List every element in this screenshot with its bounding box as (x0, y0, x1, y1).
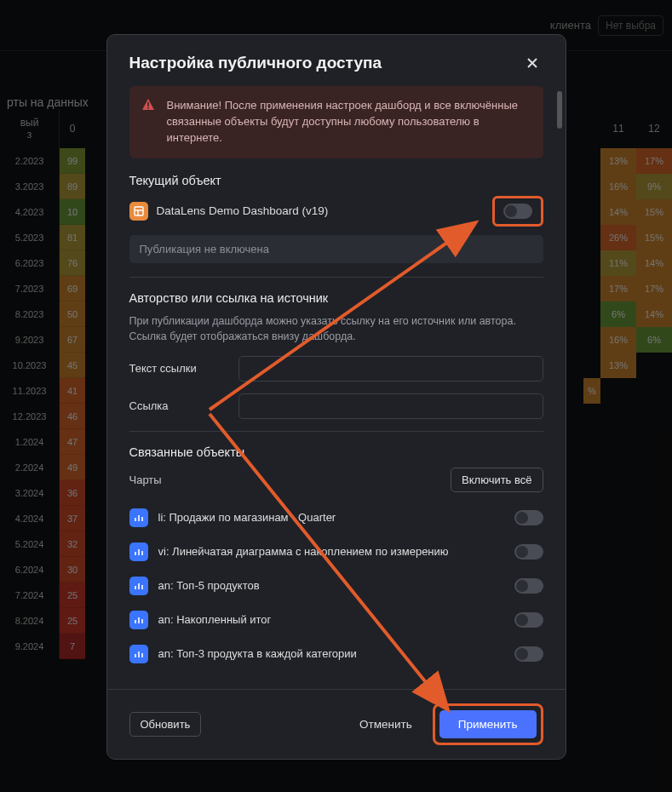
label-link: Ссылка (129, 399, 225, 412)
svg-rect-1 (147, 107, 149, 109)
chart-name: an: Топ-5 продуктов (158, 579, 504, 592)
divider (129, 277, 543, 278)
cancel-button[interactable]: Отменить (347, 711, 424, 737)
enable-all-button[interactable]: Включить всё (451, 468, 543, 492)
current-object-name: DataLens Demo Dashboard (v19) (157, 204, 484, 217)
chart-row: an: Накопленный итог (129, 603, 543, 637)
public-access-modal: Настройка публичного доступа Внимание! П… (106, 34, 566, 760)
chart-icon (129, 508, 148, 527)
chart-icon (129, 645, 148, 663)
chart-icon (129, 542, 148, 561)
chart-name: vi: Линейчатая диаграмма с накоплением п… (158, 545, 504, 558)
warning-text: Внимание! После применения настроек дашб… (167, 99, 518, 144)
chart-toggle[interactable] (514, 510, 543, 525)
svg-rect-2 (135, 207, 143, 215)
divider (129, 431, 543, 432)
section-related-title: Связанные объекты (129, 445, 543, 459)
publish-toggle[interactable] (503, 204, 532, 219)
chart-icon (129, 577, 148, 595)
section-author-title: Авторство или ссылка на источник (129, 291, 543, 305)
charts-label: Чарты (129, 473, 162, 486)
chart-row: vi: Линейчатая диаграмма с накоплением п… (129, 535, 543, 569)
link-url-input[interactable] (238, 393, 543, 419)
modal-overlay: Настройка публичного доступа Внимание! П… (0, 0, 672, 792)
chart-row: li: Продажи по магазинам - Quarter (129, 501, 543, 535)
chart-toggle[interactable] (514, 578, 543, 594)
highlight-main-toggle (492, 196, 543, 227)
label-link-text: Текст ссылки (129, 362, 225, 375)
chart-toggle[interactable] (514, 544, 543, 560)
chart-name: an: Накопленный итог (158, 613, 504, 626)
section-author-desc: При публикации дашборда можно указать сс… (129, 313, 543, 344)
scrollbar[interactable] (557, 91, 562, 129)
refresh-button[interactable]: Обновить (129, 712, 202, 737)
chart-icon (129, 611, 148, 629)
dashboard-icon (129, 202, 148, 221)
warning-icon (141, 98, 155, 117)
chart-row: an: Топ-5 продуктов (129, 569, 543, 603)
section-current-object: Текущий объект (129, 174, 543, 187)
chart-toggle[interactable] (514, 646, 543, 662)
modal-title: Настройка публичного доступа (129, 54, 382, 72)
svg-rect-0 (147, 102, 149, 106)
close-button[interactable] (521, 52, 543, 74)
close-icon (526, 56, 539, 70)
chart-name: an: Топ-3 продукта в каждой категории (158, 647, 504, 660)
chart-name: li: Продажи по магазинам - Quarter (158, 511, 504, 524)
publication-status: Публикация не включена (129, 235, 543, 263)
apply-button[interactable]: Применить (439, 710, 537, 738)
link-text-input[interactable] (238, 356, 543, 382)
chart-toggle[interactable] (514, 612, 543, 628)
highlight-apply: Применить (433, 703, 543, 745)
warning-alert: Внимание! После применения настроек дашб… (129, 86, 543, 158)
chart-row: an: Топ-3 продукта в каждой категории (129, 637, 543, 671)
